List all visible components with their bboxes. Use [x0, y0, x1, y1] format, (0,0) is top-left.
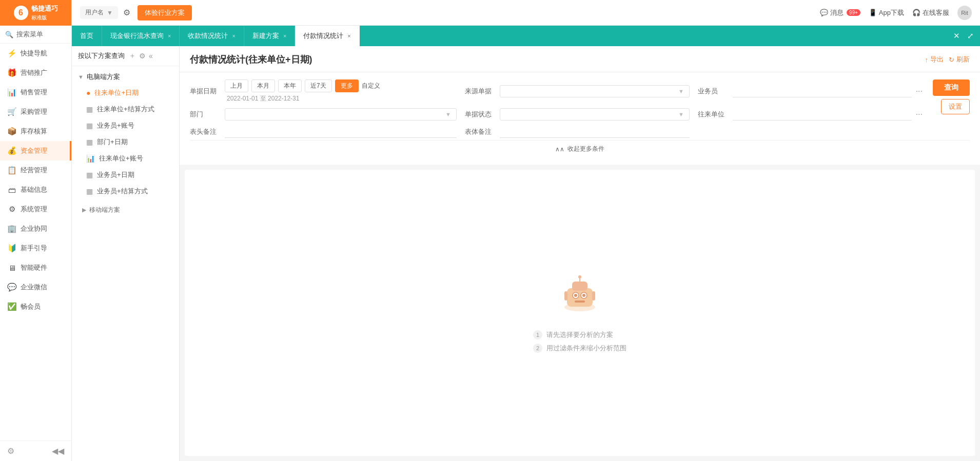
scheme-item-dept-date-label: 部门+日期	[97, 137, 128, 147]
scheme-item-salesperson-account[interactable]: ▦ 业务员+账号	[72, 117, 179, 134]
wechat-icon: 💬	[7, 283, 16, 292]
sidebar-item-member[interactable]: ✅ 畅会员	[0, 297, 71, 316]
tab-payment-stats-label: 收款情况统计	[188, 31, 228, 41]
related-unit-dots[interactable]: ···	[916, 110, 923, 119]
related-unit-input[interactable]	[733, 108, 912, 121]
collapse-sidebar-icon[interactable]: ◀◀	[52, 446, 64, 456]
empty-hints: 1 请先选择要分析的方案 2 用过滤条件来缩小分析范围	[533, 330, 626, 357]
tab-payment-stats-close[interactable]: ×	[232, 33, 235, 39]
refresh-label: 刷新	[956, 55, 970, 64]
date-7days-btn[interactable]: 近7天	[305, 79, 332, 92]
sidebar-item-purchase[interactable]: 🛒 采购管理	[0, 102, 71, 122]
collapse-btn[interactable]: ∧∧ 收起更多条件	[190, 140, 970, 157]
sales-icon: 📊	[7, 88, 16, 97]
settings-scheme-icon[interactable]: ⚙	[139, 52, 146, 60]
scheme-item-unit-date[interactable]: ● 往来单位+日期	[72, 85, 179, 101]
system-icon: ⚙	[7, 205, 16, 214]
query-btn[interactable]: 查询	[933, 79, 970, 96]
date-this-month-btn[interactable]: 本月	[251, 79, 275, 92]
refresh-btn[interactable]: ↻ 刷新	[949, 55, 970, 64]
empty-hint-2: 2 用过滤条件来缩小分析范围	[533, 344, 626, 353]
scheme-item-unit-account[interactable]: 📊 往来单位+账号	[72, 150, 179, 167]
mobile-group-title[interactable]: ▶ 移动端方案	[72, 203, 179, 217]
tab-payment-stats[interactable]: 收款情况统计 ×	[180, 26, 244, 46]
tab-home[interactable]: 首页	[72, 26, 102, 46]
scheme-item-dept-date[interactable]: ▦ 部门+日期	[72, 134, 179, 150]
operations-icon: 📋	[7, 166, 16, 175]
header-remark-input[interactable]	[225, 126, 457, 138]
tab-bank-flow-close[interactable]: ×	[168, 33, 171, 39]
sidebar-item-guide[interactable]: 🔰 新手引导	[0, 238, 71, 258]
enterprise-icon: 🏢	[7, 224, 16, 233]
sidebar-item-inventory[interactable]: 📦 库存核算	[0, 122, 71, 141]
service-icon: 🎧	[912, 9, 920, 16]
app-download-action[interactable]: 📱 App下载	[869, 8, 904, 17]
dept-select[interactable]: ▼	[225, 108, 457, 121]
user-avatar[interactable]: Rit	[957, 6, 972, 20]
tab-new-scheme[interactable]: 新建方案 ×	[244, 26, 295, 46]
export-btn[interactable]: ↑ 导出	[925, 55, 944, 64]
tab-bank-flow[interactable]: 现金银行流水查询 ×	[102, 26, 180, 46]
sidebar-item-quick-nav[interactable]: ⚡ 快捷导航	[0, 44, 71, 63]
header-remark-label: 表头备注	[190, 127, 221, 136]
app-label: App下载	[879, 8, 904, 17]
topbar-settings-icon[interactable]: ⚙	[123, 8, 130, 17]
date-more-btn[interactable]: 更多	[335, 79, 359, 92]
sidebar-item-system[interactable]: ⚙ 系统管理	[0, 199, 71, 219]
scheme-item-unit-date-icon: ●	[86, 89, 90, 97]
scheme-item-unit-account-label: 往来单位+账号	[99, 154, 143, 163]
search-menu[interactable]: 🔍 搜索菜单	[0, 26, 71, 44]
body-remark-input[interactable]	[500, 126, 690, 138]
sidebar-item-basics[interactable]: 🗃 基础信息	[0, 180, 71, 199]
scheme-item-salesperson-date[interactable]: ▦ 业务员+日期	[72, 167, 179, 183]
salesperson-input[interactable]	[733, 85, 912, 97]
sidebar-edition: 标准版	[31, 14, 58, 22]
sidebar-item-marketing[interactable]: 🎁 营销推广	[0, 63, 71, 83]
search-menu-label: 搜索菜单	[16, 30, 43, 39]
sidebar-item-operations[interactable]: 📋 经营管理	[0, 161, 71, 180]
settings-bottom-icon[interactable]: ⚙	[7, 446, 14, 456]
date-range-text: 2022-01-01 至 2022-12-31	[227, 94, 380, 103]
topbar-user[interactable]: 用户名 ▼	[80, 6, 118, 19]
add-scheme-icon[interactable]: ＋	[129, 51, 136, 61]
salesperson-dots[interactable]: ···	[916, 87, 923, 96]
date-last-month-btn[interactable]: 上月	[225, 79, 248, 92]
collapse-panel-icon[interactable]: «	[149, 52, 153, 60]
collapse-icon: ∧∧	[555, 146, 564, 153]
tab-payment-status-close[interactable]: ×	[347, 33, 350, 39]
tab-bank-flow-label: 现金银行流水查询	[110, 31, 164, 41]
sidebar-bottom: ⚙ ◀◀	[0, 440, 71, 461]
left-panel: 按以下方案查询 ＋ ⚙ « ▼ 电脑端方案 ● 往来单位+日期 ▦	[72, 46, 180, 461]
guide-icon: 🔰	[7, 244, 16, 253]
source-select[interactable]: ▼	[500, 85, 690, 97]
svg-point-5	[574, 294, 577, 297]
desktop-group-title[interactable]: ▼ 电脑端方案	[72, 69, 179, 85]
sidebar-item-capital[interactable]: 💰 资金管理	[0, 141, 71, 161]
settings-btn[interactable]: 设置	[941, 99, 970, 114]
scheme-item-unit-settlement[interactable]: ▦ 往来单位+结算方式	[72, 101, 179, 117]
trial-btn[interactable]: 体验行业方案	[138, 5, 192, 21]
tab-new-scheme-label: 新建方案	[252, 31, 279, 41]
expand-tabs-btn[interactable]: ⤢	[965, 30, 976, 42]
messages-label: 消息	[830, 8, 844, 17]
scheme-item-salesperson-settlement-label: 业务员+结算方式	[97, 187, 148, 196]
collapse-label: 收起更多条件	[567, 145, 604, 153]
sidebar-item-sales[interactable]: 📊 销售管理	[0, 83, 71, 102]
close-all-tabs-btn[interactable]: ✕	[951, 30, 962, 42]
date-this-year-btn[interactable]: 本年	[278, 79, 302, 92]
filter-fields: 单据日期 上月 本月 本年 近7天 更多 自定义	[190, 79, 923, 140]
tab-payment-status[interactable]: 付款情况统计 ×	[295, 26, 359, 46]
sidebar-item-hardware[interactable]: 🖥 智能硬件	[0, 258, 71, 277]
customer-service-action[interactable]: 🎧 在线客服	[912, 8, 949, 17]
scheme-item-salesperson-settlement[interactable]: ▦ 业务员+结算方式	[72, 183, 179, 199]
topbar-dropdown-icon: ▼	[107, 9, 113, 16]
sidebar-item-enterprise[interactable]: 🏢 企业协同	[0, 219, 71, 238]
desktop-group-label: 电脑端方案	[87, 72, 120, 82]
messages-action[interactable]: 💬 消息 99+	[820, 8, 860, 17]
tabbar: 首页 现金银行流水查询 × 收款情况统计 × 新建方案 × 付款情况统计 × ✕…	[72, 26, 980, 46]
empty-state: 1 请先选择要分析的方案 2 用过滤条件来缩小分析范围	[185, 170, 975, 456]
tab-new-scheme-close[interactable]: ×	[283, 33, 286, 39]
status-select[interactable]: ▼	[500, 108, 690, 121]
sidebar-item-wechat[interactable]: 💬 企业微信	[0, 277, 71, 297]
salesperson-label: 业务员	[698, 87, 729, 96]
